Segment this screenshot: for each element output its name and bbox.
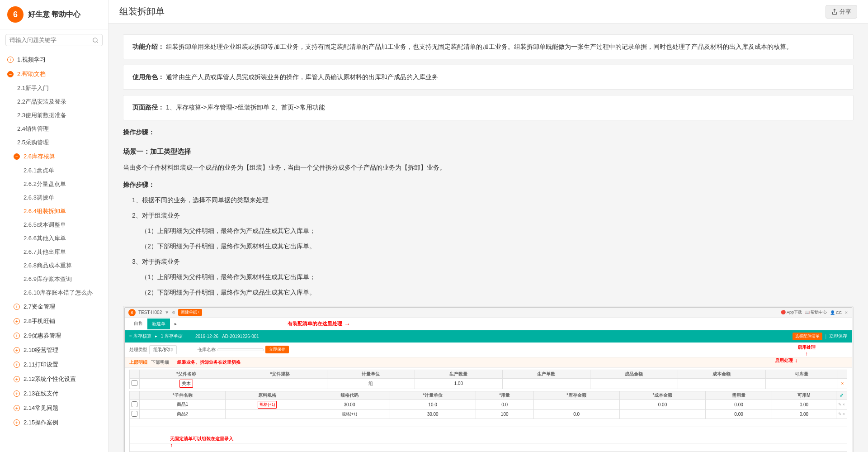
scenario1-desc: 当由多个子件材料组装成一个成品的业务为【组装】业务，当由一个父件拆分成多个子产品… <box>123 161 854 174</box>
app-save-confirm[interactable]: 立即保存 <box>265 346 289 353</box>
search-box[interactable] <box>5 34 103 46</box>
sidebar-item-docs-212[interactable]: + 2.12系统个性化设置 <box>0 372 108 386</box>
upper-row-1[interactable]: 关木 组 1.00 × <box>130 378 847 389</box>
logo-text: 好生意 帮助中心 <box>28 10 80 19</box>
app-tab-more[interactable]: ▸ <box>170 319 181 328</box>
app-subtab-lower[interactable]: 下部明细 <box>151 359 169 366</box>
upper-th-avail: 可库量 <box>765 370 838 378</box>
lower-expand-icon[interactable]: ⤢ <box>840 393 843 398</box>
lower-row-1-delete[interactable]: × <box>843 402 845 407</box>
lower-row-2-delete[interactable]: × <box>843 412 845 416</box>
sidebar-item-docs-21[interactable]: 2.1新手入门 <box>0 81 108 95</box>
form-type-value[interactable]: 组装/拆卸 <box>149 345 177 354</box>
sidebar-item-docs-210-label: 2.10经营管理 <box>24 346 58 354</box>
app-toolbar-back[interactable]: ≡ 库存核算 <box>129 333 151 339</box>
form-type-label: 处理类型 <box>129 347 147 353</box>
sidebar-item-docs-269[interactable]: 2.6.9库存账本查询 <box>0 272 108 286</box>
sidebar-item-docs-215-label: 2.15操作案例 <box>24 419 58 427</box>
upper-cell-prod-amt <box>590 378 678 389</box>
app-tab-new[interactable]: 新建单 <box>147 319 170 329</box>
lower-row-1[interactable]: 商品1 规格(+1) 30.00 10.0 0.0 0.00 0. <box>130 400 847 409</box>
upper-table: *父件名称 *父件规格 计量单位 生产数量 生产单数 成品金额 成本金额 可库量 <box>129 370 847 389</box>
app-close-icon[interactable]: ✕ <box>844 310 848 315</box>
sidebar-item-docs-214[interactable]: + 2.14常见问题 <box>0 401 108 415</box>
step1: 1、根据不同的业务，选择不同单据的类型来处理 <box>123 194 854 206</box>
lower-row-2-checkbox[interactable] <box>132 411 137 417</box>
form-warehouse-value[interactable] <box>217 348 264 351</box>
sidebar-item-docs-label: 2.帮助文档 <box>17 70 46 78</box>
lower-th-need-qty: 需用量 <box>706 391 772 400</box>
app-toolbar-bill-type[interactable]: 1 库存单据 <box>161 333 183 339</box>
share-label: 分享 <box>840 8 851 16</box>
role-label: 使用角色： <box>132 73 164 81</box>
sidebar-item-docs-265[interactable]: 2.6.5成本调整单 <box>0 218 108 232</box>
annotation-arrow1: → <box>344 320 350 328</box>
sidebar-item-docs-263[interactable]: 2.6.3调拨单 <box>0 191 108 205</box>
sidebar-item-docs-23[interactable]: 2.3使用前数据准备 <box>0 109 108 122</box>
sidebar-item-docs-268[interactable]: 2.6.8商品成本重算 <box>0 259 108 272</box>
lower-cell-1-check[interactable] <box>130 400 140 409</box>
sidebar-item-docs-211-label: 2.11打印设置 <box>24 361 58 369</box>
step2-2: （2）下部明细为子件明细，最终作为原材料生成其它出库单。 <box>123 240 854 252</box>
app-tab-home[interactable]: 自售 <box>129 318 147 330</box>
sidebar-item-docs-266[interactable]: 2.6.6其他入库单 <box>0 232 108 245</box>
lower-cell-2-code: 规格(+1) <box>309 409 390 419</box>
sidebar-item-docs[interactable]: − 2.帮助文档 <box>0 67 108 81</box>
steps-label2: 操作步骤： <box>123 178 854 191</box>
annotation-enable2-text: 启用处理 <box>775 357 793 364</box>
app-logo: 6 <box>128 309 136 316</box>
lower-cell-2-name: 商品2 <box>140 409 226 419</box>
lower-cell-2-check[interactable] <box>130 409 140 419</box>
upper-th-op <box>838 370 847 378</box>
role-text: 通常由生产人员或库管人员完成拆装业务的操作，库管人员确认原材料的出库和产成品的入… <box>166 73 438 81</box>
app-btn-new[interactable]: 新建单据+ <box>178 309 202 316</box>
lower-cell-2-op[interactable]: ✎ × <box>836 409 847 419</box>
app-toolbar-arrow: ▸ <box>155 334 157 338</box>
lower-row-6 <box>130 443 847 451</box>
sidebar-item-docs-211[interactable]: + 2.11打印设置 <box>0 357 108 372</box>
sidebar-item-docs-28[interactable]: + 2.8手机旺铺 <box>0 314 108 328</box>
sidebar-item-docs-26[interactable]: − 2.6库存核算 <box>0 149 108 164</box>
sidebar-item-docs-210[interactable]: + 2.10经营管理 <box>0 343 108 357</box>
sidebar-item-docs-22[interactable]: 2.2产品安装及登录 <box>0 95 108 109</box>
lower-th-stock-amt: *库存金额 <box>533 391 619 400</box>
upper-cell-avail <box>765 378 838 389</box>
lower-cell-1-op[interactable]: ✎ × <box>836 400 847 409</box>
sidebar-item-docs-267[interactable]: 2.6.7其他出库单 <box>0 245 108 259</box>
upper-row-delete[interactable]: × <box>841 381 844 386</box>
sidebar-header: 6 好生意 帮助中心 <box>0 0 108 29</box>
upper-th-prod-qty: 生产数量 <box>415 370 502 378</box>
sidebar-item-docs-2610[interactable]: 2.6.10库存账本错了怎么办 <box>0 286 108 300</box>
sidebar-item-docs-25[interactable]: 2.5采购管理 <box>0 136 108 149</box>
minus-icon: − <box>7 71 14 77</box>
upper-cell-name[interactable]: 关木 <box>140 378 233 389</box>
sidebar-item-docs-213[interactable]: + 2.13在线支付 <box>0 386 108 401</box>
upper-th-check <box>130 370 140 378</box>
lower-row-1-checkbox[interactable] <box>132 401 137 407</box>
sidebar-item-docs-261[interactable]: 2.6.1盘点单 <box>0 164 108 177</box>
app-btn-save[interactable]: 立即保存 <box>829 333 847 339</box>
upper-cell-op[interactable]: × <box>838 378 847 389</box>
upper-row-checkbox[interactable] <box>132 380 137 386</box>
app-type-btn[interactable]: 选择配件清单 <box>793 333 822 340</box>
upper-cell-check[interactable] <box>130 378 140 389</box>
annotation-arrow-down: ↓ <box>795 357 797 364</box>
lower-row-2-edit[interactable]: ✎ <box>838 412 842 416</box>
sidebar-item-docs-262[interactable]: 2.6.2分量盘点单 <box>0 177 108 191</box>
upper-cell-prod-num <box>502 378 590 389</box>
share-button[interactable]: 分享 <box>826 5 857 19</box>
sidebar-item-docs-24[interactable]: 2.4销售管理 <box>0 122 108 136</box>
upper-cell-spec <box>233 378 327 389</box>
search-icon <box>92 37 99 43</box>
sidebar-item-docs-27[interactable]: + 2.7资金管理 <box>0 300 108 314</box>
search-input[interactable] <box>9 37 92 43</box>
lower-row-2[interactable]: 商品2 规格(+1) 30.00 100 0.0 0.00 <box>130 409 847 419</box>
sidebar-item-docs-264[interactable]: 2.6.4组装拆卸单 <box>0 205 108 218</box>
lower-cell-2-avail: 0.00 <box>772 409 836 419</box>
annotation-enable-text: 启用处理 <box>797 344 816 351</box>
lower-row-1-edit[interactable]: ✎ <box>838 402 842 407</box>
sidebar-item-video[interactable]: + 1.视频学习 <box>0 52 108 67</box>
sidebar-item-docs-215[interactable]: + 2.15操作案例 <box>0 415 108 430</box>
app-subtab-upper[interactable]: 上部明细 <box>129 359 147 366</box>
sidebar-item-docs-29[interactable]: + 2.9优惠券管理 <box>0 328 108 343</box>
